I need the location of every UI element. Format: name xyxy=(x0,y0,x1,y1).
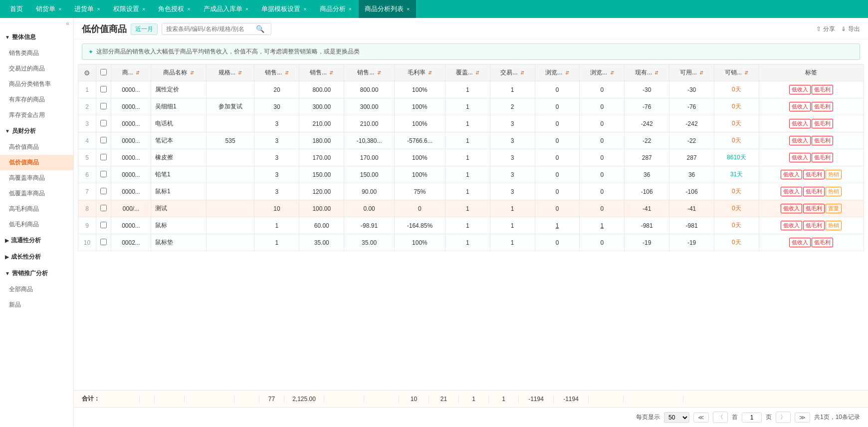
row-view1[interactable]: 0 xyxy=(535,115,580,132)
sidebar-item-有库存的商品[interactable]: 有库存的商品 xyxy=(0,92,73,107)
row-checkbox-cell[interactable] xyxy=(96,132,111,149)
col-current[interactable]: 现有... ⇵ xyxy=(625,64,669,81)
col-coverage[interactable]: 覆盖... ⇵ xyxy=(445,64,490,81)
sidebar-collapse-btn[interactable]: « xyxy=(0,18,73,29)
sidebar-section-整体信息[interactable]: ▼ 整体信息 xyxy=(0,29,73,45)
page-number-input[interactable] xyxy=(742,413,762,423)
nav-close-icon[interactable]: × xyxy=(187,6,190,12)
nav-item-角色授权[interactable]: 角色授权× xyxy=(152,0,196,18)
sidebar-item-交易过的商品[interactable]: 交易过的商品 xyxy=(0,61,73,76)
col-code[interactable]: 商... ⇵ xyxy=(111,64,151,81)
col-sales2[interactable]: 销售... ⇵ xyxy=(299,64,344,81)
sidebar-item-新品[interactable]: 新品 xyxy=(0,297,73,313)
row-checkbox-cell[interactable] xyxy=(96,115,111,132)
col-available[interactable]: 可用... ⇵ xyxy=(669,64,714,81)
col-view1[interactable]: 浏览... ⇵ xyxy=(535,64,580,81)
row-gross: -164.85% xyxy=(395,217,445,234)
nav-item-单据模板设置[interactable]: 单据模板设置× xyxy=(255,0,312,18)
row-checkbox-cell[interactable] xyxy=(96,234,111,251)
nav-item-权限设置[interactable]: 权限设置× xyxy=(107,0,151,18)
sidebar-item-库存资金占用[interactable]: 库存资金占用 xyxy=(0,107,73,123)
row-checkbox[interactable] xyxy=(100,188,107,194)
nav-item-商品分析列表[interactable]: 商品分析列表× xyxy=(359,0,416,18)
sidebar-item-低覆盖率商品[interactable]: 低覆盖率商品 xyxy=(0,186,73,201)
col-sales1[interactable]: 销售... ⇵ xyxy=(254,64,299,81)
col-gross[interactable]: 毛利率 ⇵ xyxy=(395,64,445,81)
col-transaction[interactable]: 交易... ⇵ xyxy=(490,64,535,81)
nav-item-产成品入库单[interactable]: 产成品入库单× xyxy=(198,0,254,18)
sidebar-section-流通性分析[interactable]: ▶ 流通性分析 xyxy=(0,232,73,249)
row-checkbox-cell[interactable] xyxy=(96,166,111,183)
nav-close-icon[interactable]: × xyxy=(349,6,352,12)
first-page-btn[interactable]: ≪ xyxy=(693,413,709,423)
row-checkbox[interactable] xyxy=(100,120,107,126)
nav-item-进货单[interactable]: 进货单× xyxy=(68,0,106,18)
row-checkbox-cell[interactable] xyxy=(96,217,111,234)
row-checkbox[interactable] xyxy=(100,205,107,211)
export-button[interactable]: ⇓ 导出 xyxy=(841,25,860,33)
row-checkbox[interactable] xyxy=(100,239,107,245)
nav-close-icon[interactable]: × xyxy=(58,6,61,12)
search-icon[interactable]: 🔍 xyxy=(256,25,264,33)
row-view1[interactable]: 0 xyxy=(535,149,580,166)
sidebar-section-营销推广分析[interactable]: ▼ 营销推广分析 xyxy=(0,265,73,282)
view2-link[interactable]: 1 xyxy=(601,222,604,229)
col-sales3[interactable]: 销售... ⇵ xyxy=(344,64,395,81)
sidebar-section-员财分析[interactable]: ▼ 员财分析 xyxy=(0,123,73,139)
view1-link[interactable]: 1 xyxy=(556,222,559,229)
per-page-select[interactable]: 50 100 200 xyxy=(664,412,689,423)
row-checkbox[interactable] xyxy=(100,86,107,92)
sidebar-item-高价值商品[interactable]: 高价值商品 xyxy=(0,139,73,155)
select-all-checkbox[interactable] xyxy=(100,69,107,75)
row-checkbox-cell[interactable] xyxy=(96,98,111,115)
row-view1[interactable]: 0 xyxy=(535,98,580,115)
row-checkbox-cell[interactable] xyxy=(96,200,111,217)
row-sales3: 90.00 xyxy=(344,183,395,200)
prev-page-btn[interactable]: 〈 xyxy=(713,412,728,423)
nav-item-首页[interactable]: 首页 xyxy=(4,0,29,18)
row-checkbox-cell[interactable] xyxy=(96,81,111,98)
sidebar-item-高毛利商品[interactable]: 高毛利商品 xyxy=(0,201,73,217)
col-spec[interactable]: 规格... ⇵ xyxy=(206,64,254,81)
nav-close-icon[interactable]: × xyxy=(245,6,248,12)
col-view2[interactable]: 浏览... ⇵ xyxy=(580,64,625,81)
col-name[interactable]: 商品名称 ⇵ xyxy=(151,64,206,81)
row-tags: 低收入低毛利热销 xyxy=(759,217,864,234)
col-checkbox[interactable] xyxy=(96,64,111,81)
last-page-btn[interactable]: ≫ xyxy=(795,413,810,423)
sidebar-item-商品分类销售率[interactable]: 商品分类销售率 xyxy=(0,76,73,92)
row-view1[interactable]: 0 xyxy=(535,132,580,149)
row-checkbox[interactable] xyxy=(100,222,107,228)
sidebar-item-销售类商品[interactable]: 销售类商品 xyxy=(0,45,73,61)
sidebar-item-低价值商品[interactable]: 低价值商品 xyxy=(0,155,73,170)
col-saleable[interactable]: 可销... ⇵ xyxy=(714,64,759,81)
row-checkbox[interactable] xyxy=(100,103,107,109)
row-view1[interactable]: 0 xyxy=(535,183,580,200)
nav-item-商品分析[interactable]: 商品分析× xyxy=(314,0,358,18)
nav-close-icon[interactable]: × xyxy=(142,6,145,12)
row-view1[interactable]: 0 xyxy=(535,200,580,217)
col-gear[interactable]: ⚙ xyxy=(78,64,96,81)
nav-close-icon[interactable]: × xyxy=(97,6,100,12)
share-icon: ⇧ xyxy=(816,25,821,32)
nav-close-icon[interactable]: × xyxy=(303,6,306,12)
sidebar-item-低毛利商品[interactable]: 低毛利商品 xyxy=(0,217,73,232)
row-view1[interactable]: 0 xyxy=(535,234,580,251)
row-checkbox-cell[interactable] xyxy=(96,183,111,200)
nav-close-icon[interactable]: × xyxy=(407,6,410,12)
next-page-btn[interactable]: 〉 xyxy=(776,412,791,423)
filter-button[interactable]: 近一月 xyxy=(131,23,158,35)
search-input[interactable] xyxy=(166,25,256,32)
row-view1[interactable]: 1 xyxy=(535,217,580,234)
row-checkbox[interactable] xyxy=(100,171,107,177)
sidebar-section-成长性分析[interactable]: ▶ 成长性分析 xyxy=(0,249,73,265)
row-checkbox[interactable] xyxy=(100,137,107,143)
row-checkbox-cell[interactable] xyxy=(96,149,111,166)
nav-item-销货单[interactable]: 销货单× xyxy=(30,0,67,18)
sidebar-item-高覆盖率商品[interactable]: 高覆盖率商品 xyxy=(0,170,73,186)
row-checkbox[interactable] xyxy=(100,154,107,160)
row-view1[interactable]: 0 xyxy=(535,81,580,98)
row-view1[interactable]: 0 xyxy=(535,166,580,183)
sidebar-item-全部商品[interactable]: 全部商品 xyxy=(0,282,73,297)
share-button[interactable]: ⇧ 分享 xyxy=(816,25,835,33)
